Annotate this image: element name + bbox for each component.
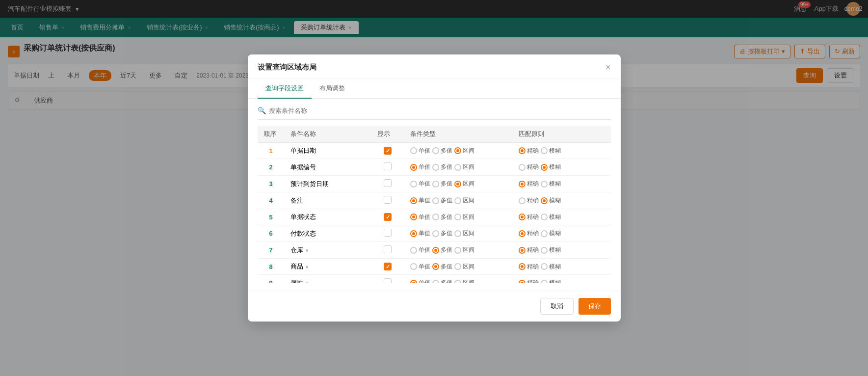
settings-modal: 设置查询区域布局 × 查询字段设置 布局调整 🔍: [248, 54, 621, 116]
tab-layout-adjust[interactable]: 布局调整: [312, 79, 353, 99]
modal-header: 设置查询区域布局 ×: [248, 54, 621, 79]
field-search-input[interactable]: [269, 107, 611, 114]
modal-body: 🔍 顺序 条件名称 显示 条件类型 匹配原则: [248, 99, 621, 116]
field-search-bar: 🔍: [258, 107, 611, 116]
modal-overlay: 设置查询区域布局 × 查询字段设置 布局调整 🔍: [0, 0, 868, 116]
modal-close-button[interactable]: ×: [605, 62, 611, 73]
modal-tabs: 查询字段设置 布局调整: [248, 79, 621, 99]
search-icon: 🔍: [258, 107, 266, 114]
tab-query-fields[interactable]: 查询字段设置: [258, 79, 312, 99]
modal-title: 设置查询区域布局: [258, 63, 316, 72]
